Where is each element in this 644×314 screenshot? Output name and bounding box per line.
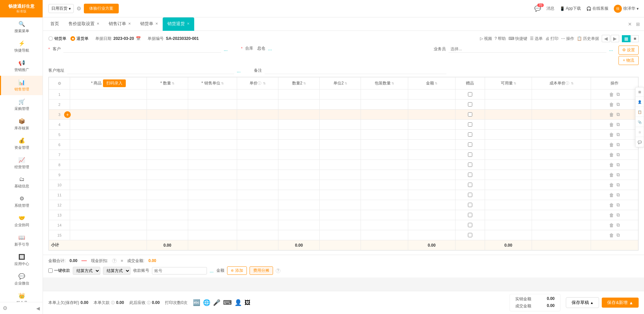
sidebar-item-quicknav[interactable]: ⚡快捷导航: [0, 37, 43, 56]
unit2-cell-14[interactable]: [320, 220, 361, 230]
costprice-cell-12[interactable]: [532, 200, 591, 210]
gift-checkbox-14[interactable]: [468, 223, 472, 227]
unit-cell-1[interactable]: [188, 89, 237, 100]
qty-cell-3[interactable]: [147, 110, 188, 120]
qty2-cell-14[interactable]: [278, 220, 320, 230]
account-dots-btn[interactable]: ...: [210, 268, 214, 273]
gift-cell-13[interactable]: [455, 210, 485, 220]
toolbar-shortcut[interactable]: ⌨ 快捷键: [508, 36, 527, 42]
gift-cell-10[interactable]: [455, 180, 485, 190]
unit-cell-14[interactable]: [188, 220, 237, 230]
copy-row-btn-7[interactable]: ⧉: [616, 151, 621, 158]
packqty-cell-14[interactable]: [361, 220, 408, 230]
gift-cell-6[interactable]: [455, 140, 485, 150]
costprice-cell-2[interactable]: [532, 100, 591, 110]
copy-row-btn-6[interactable]: ⧉: [616, 141, 621, 148]
avail-sort-icon[interactable]: ⇅: [514, 81, 516, 85]
add-row-btn[interactable]: +: [64, 111, 71, 118]
product-cell-9[interactable]: [70, 170, 147, 180]
unit2-cell-5[interactable]: [320, 130, 361, 140]
packqty-sort-icon[interactable]: ⇅: [391, 81, 394, 85]
product-cell-15[interactable]: [70, 230, 147, 240]
qty2-cell-2[interactable]: [278, 100, 320, 110]
available-cell-8[interactable]: [485, 160, 532, 170]
product-cell-7[interactable]: [70, 150, 147, 160]
unit-cell-3[interactable]: [188, 110, 237, 120]
unit2-cell-8[interactable]: [320, 160, 361, 170]
available-cell-9[interactable]: [485, 170, 532, 180]
toolbar-operate[interactable]: ⋯ 操作: [561, 36, 574, 42]
costprice-sort-icon[interactable]: ⇅: [571, 81, 574, 85]
tab-expand-icon[interactable]: ⊞: [635, 20, 641, 28]
sidebar-item-marketing[interactable]: 📢营销推广: [0, 56, 43, 76]
packqty-cell-13[interactable]: [361, 210, 408, 220]
delete-row-btn-14[interactable]: 🗑: [608, 222, 614, 229]
trial-btn[interactable]: 体验行业方案: [84, 4, 119, 13]
gift-checkbox-4[interactable]: [468, 122, 472, 127]
delete-row-btn-13[interactable]: 🗑: [608, 211, 614, 218]
gift-checkbox-9[interactable]: [468, 173, 472, 177]
qty-cell-15[interactable]: [147, 230, 188, 240]
copy-row-btn-1[interactable]: ⧉: [616, 91, 621, 98]
qty-cell-10[interactable]: [147, 180, 188, 190]
qty2-cell-11[interactable]: [278, 190, 320, 200]
gift-checkbox-15[interactable]: [468, 233, 472, 237]
product-cell-4[interactable]: [70, 120, 147, 130]
qty2-cell-10[interactable]: [278, 180, 320, 190]
fee-help-icon[interactable]: ?: [276, 268, 280, 273]
sidebar-item-inventory[interactable]: 📦库存核算: [0, 115, 43, 134]
th-gear[interactable]: ⚙: [49, 77, 70, 89]
float-panel-star[interactable]: ☆: [636, 128, 644, 137]
gift-cell-7[interactable]: [455, 150, 485, 160]
radio-return[interactable]: 退货单: [70, 36, 89, 42]
unit2-cell-9[interactable]: [320, 170, 361, 180]
toolbar-select[interactable]: ☰ 选单: [530, 36, 543, 42]
tab-sale-price-close[interactable]: ✕: [97, 22, 99, 25]
gift-cell-5[interactable]: [455, 130, 485, 140]
delete-row-btn-11[interactable]: 🗑: [608, 191, 614, 198]
amount-cell-5[interactable]: [408, 130, 455, 140]
available-cell-13[interactable]: [485, 210, 532, 220]
amount-cell-13[interactable]: [408, 210, 455, 220]
qty2-cell-13[interactable]: [278, 210, 320, 220]
tab-home[interactable]: 首页: [46, 17, 64, 31]
unit-cell-7[interactable]: [188, 150, 237, 160]
available-cell-15[interactable]: [485, 230, 532, 240]
copy-row-btn-9[interactable]: ⧉: [616, 171, 621, 178]
packqty-cell-9[interactable]: [361, 170, 408, 180]
toolbar-help[interactable]: ? 帮助: [495, 36, 506, 42]
gift-cell-4[interactable]: [455, 120, 485, 130]
settings-btn[interactable]: ⚙ 设置: [619, 46, 639, 55]
settle-method-select[interactable]: 结算方式: [103, 267, 130, 275]
sidebar-item-system[interactable]: ⚙系统管理: [0, 192, 43, 211]
qty2-cell-3[interactable]: [278, 110, 320, 120]
packqty-cell-2[interactable]: [361, 100, 408, 110]
sidebar-item-finance[interactable]: 💰资金管理: [0, 134, 43, 153]
costprice-cell-9[interactable]: [532, 170, 591, 180]
unit-sort-icon[interactable]: ⇅: [221, 81, 224, 85]
available-cell-2[interactable]: [485, 100, 532, 110]
packqty-cell-1[interactable]: [361, 89, 408, 100]
unit-cell-10[interactable]: [188, 180, 237, 190]
float-panel-contacts[interactable]: 👤: [636, 98, 644, 107]
available-cell-11[interactable]: [485, 190, 532, 200]
packqty-cell-4[interactable]: [361, 120, 408, 130]
unit2-cell-3[interactable]: [320, 110, 361, 120]
unit2-cell-11[interactable]: [320, 190, 361, 200]
receivable-info-icon[interactable]: ⓘ: [147, 300, 151, 305]
float-panel-chat[interactable]: 💬: [636, 138, 644, 147]
copy-row-btn-10[interactable]: ⧉: [616, 181, 621, 188]
app-download-link[interactable]: 📱 App下载: [560, 6, 581, 11]
staff-dots-btn[interactable]: ...: [609, 47, 613, 52]
unit-cell-2[interactable]: [188, 100, 237, 110]
unit-cell-15[interactable]: [188, 230, 237, 240]
sidebar-collapse-icon[interactable]: ◀: [36, 306, 40, 311]
delete-row-btn-8[interactable]: 🗑: [608, 161, 614, 168]
tab-sale-delivery[interactable]: 销货单 ✕: [136, 17, 163, 31]
price-cell-6[interactable]: [237, 140, 278, 150]
amount-cell-7[interactable]: [408, 150, 455, 160]
copy-row-btn-14[interactable]: ⧉: [616, 222, 621, 229]
status-icon-5[interactable]: 👤: [234, 299, 242, 306]
sidebar-settings-icon[interactable]: ⚙: [3, 305, 7, 311]
gift-checkbox-10[interactable]: [468, 183, 472, 187]
